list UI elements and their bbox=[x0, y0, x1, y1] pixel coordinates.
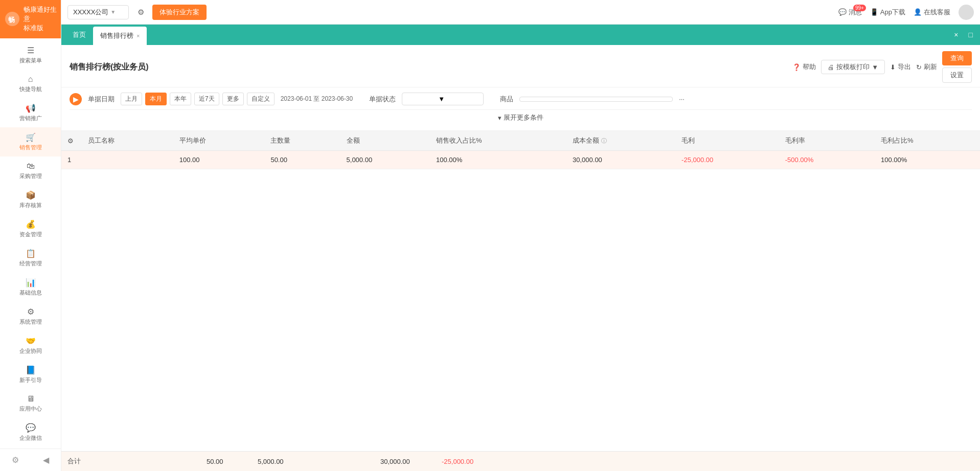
sidebar-item-wechat[interactable]: 💬 企业微信 bbox=[0, 418, 61, 447]
settings-button[interactable]: 设置 bbox=[942, 68, 972, 83]
sidebar-item-enterprise[interactable]: 🤝 企业协同 bbox=[0, 331, 61, 360]
sidebar-item-sales[interactable]: 🛒 销售管理 bbox=[0, 127, 61, 156]
enterprise-icon: 🤝 bbox=[26, 336, 36, 346]
sidebar-item-label: 系统管理 bbox=[19, 318, 42, 326]
cost-info-icon: ⓘ bbox=[601, 138, 607, 144]
trial-button[interactable]: 体验行业方案 bbox=[152, 5, 207, 20]
sidebar-item-system[interactable]: ⚙ 系统管理 bbox=[0, 302, 61, 331]
more-filters-btn[interactable]: ··· bbox=[679, 95, 685, 103]
main-area: XXXXX公司 ▼ ⚙ 体验行业方案 💬 消息 99+ 📱 App下载 👤 在线… bbox=[61, 0, 980, 471]
sidebar-item-label: 企业协同 bbox=[19, 347, 42, 355]
col-gross-pct: 毛利占比% bbox=[875, 131, 980, 151]
logo-icon: 畅 bbox=[4, 11, 20, 27]
company-select[interactable]: XXXXX公司 ▼ bbox=[67, 5, 129, 19]
settings-gear-button[interactable]: ⚙ bbox=[133, 5, 148, 20]
more-date-btn[interactable]: 更多 bbox=[222, 93, 244, 105]
collapse-icon[interactable]: ◀ bbox=[39, 453, 53, 467]
col-amount: 全额 bbox=[340, 131, 430, 151]
table-footer: 合计 50.00 5,000.00 30,000.00 -25,000.00 bbox=[61, 451, 980, 471]
sidebar-item-guide[interactable]: 📘 新手引导 bbox=[0, 360, 61, 389]
col-gross-rate: 毛利率 bbox=[779, 131, 875, 151]
col-cost: 成本全额 ⓘ bbox=[566, 131, 675, 151]
query-button[interactable]: 查询 bbox=[942, 51, 972, 65]
this-month-btn[interactable]: 本月 bbox=[145, 93, 167, 105]
app-download-button[interactable]: 📱 App下载 bbox=[870, 8, 905, 17]
cell-sales-pct: 100.00% bbox=[430, 151, 566, 169]
sidebar-item-label: 快捷导航 bbox=[19, 85, 42, 93]
tab-home[interactable]: 首页 bbox=[65, 25, 93, 45]
print-icon: 🖨 bbox=[828, 63, 834, 71]
print-button[interactable]: 🖨 按模板打印 ▼ bbox=[821, 60, 885, 74]
cell-gross-pct: 100.00% bbox=[875, 151, 980, 169]
export-button[interactable]: ⬇ 导出 bbox=[890, 62, 911, 72]
status-select[interactable]: ▼ bbox=[402, 93, 484, 105]
expand-filters-button[interactable]: ▾ 展开更多条件 bbox=[70, 109, 972, 125]
sidebar-item-label: 销售管理 bbox=[19, 144, 42, 151]
tab-bar: 首页 销售排行榜 × × □ bbox=[61, 25, 980, 45]
col-employee: 员工名称 bbox=[82, 131, 173, 151]
footer-amount: 5,000.00 bbox=[252, 458, 313, 465]
refresh-button[interactable]: ↻ 刷新 bbox=[916, 62, 937, 72]
service-icon: 👤 bbox=[914, 8, 922, 16]
appcenter-icon: 🖥 bbox=[27, 394, 35, 403]
goods-filter-input[interactable] bbox=[519, 97, 673, 102]
sidebar-item-operation[interactable]: 📋 经营管理 bbox=[0, 243, 61, 273]
sidebar-item-label: 库存核算 bbox=[19, 201, 42, 209]
custom-date-btn[interactable]: 自定义 bbox=[247, 93, 275, 105]
page-title: 销售排行榜(按业务员) bbox=[70, 62, 792, 73]
sidebar-item-marketing[interactable]: 📢 营销推广 bbox=[0, 98, 61, 127]
sidebar-item-finance[interactable]: 💰 资金管理 bbox=[0, 214, 61, 243]
status-filter-label: 单据状态 bbox=[369, 95, 396, 104]
query-btn-group: 查询 设置 bbox=[942, 51, 972, 83]
table-area: ⚙ 员工名称 平均单价 主数量 全额 销售收入占比% 成本全额 ⓘ 毛利 毛利率… bbox=[61, 131, 980, 451]
purchase-icon: 🛍 bbox=[27, 162, 35, 171]
cell-amount: 5,000.00 bbox=[340, 151, 430, 169]
tab-minimize-button[interactable]: × bbox=[951, 30, 961, 40]
logo-text-line1: 畅康通好生意 bbox=[24, 5, 57, 24]
online-service-button[interactable]: 👤 在线客服 bbox=[914, 8, 950, 17]
tab-maximize-button[interactable]: □ bbox=[966, 30, 976, 40]
print-chevron-icon: ▼ bbox=[872, 63, 878, 71]
home-icon: ⌂ bbox=[28, 75, 33, 84]
this-year-btn[interactable]: 本年 bbox=[170, 93, 191, 105]
inventory-icon: 📦 bbox=[26, 190, 36, 200]
cell-cost: 30,000.00 bbox=[566, 151, 675, 169]
status-select-chevron: ▼ bbox=[438, 95, 445, 103]
last-7days-btn[interactable]: 近7天 bbox=[194, 93, 219, 105]
sidebar-item-label: 搜索菜单 bbox=[19, 57, 42, 64]
sidebar-item-inventory[interactable]: 📦 库存核算 bbox=[0, 185, 61, 214]
footer-total-label: 合计 bbox=[67, 457, 170, 466]
tab-sales-rank[interactable]: 销售排行榜 × bbox=[93, 27, 147, 45]
filter-toggle-button[interactable]: ▶ bbox=[70, 93, 82, 105]
footer-gross-profit: -25,000.00 bbox=[436, 458, 480, 465]
avatar[interactable] bbox=[959, 5, 974, 20]
col-gross-profit: 毛利 bbox=[675, 131, 779, 151]
settings-bottom-icon[interactable]: ⚙ bbox=[8, 453, 23, 467]
sales-icon: 🛒 bbox=[26, 132, 36, 142]
col-avg-price: 平均单价 bbox=[173, 131, 265, 151]
sidebar-item-nav[interactable]: ⌂ 快捷导航 bbox=[0, 70, 61, 98]
page-actions: ❓ 帮助 🖨 按模板打印 ▼ ⬇ 导出 ↻ 刷新 bbox=[792, 51, 972, 83]
sidebar-item-label: 营销推广 bbox=[19, 115, 42, 122]
sidebar-item-label: 新手引导 bbox=[19, 376, 42, 384]
message-button[interactable]: 💬 消息 99+ bbox=[838, 8, 862, 17]
last-month-btn[interactable]: 上月 bbox=[121, 93, 142, 105]
sidebar-item-appcenter[interactable]: 🖥 应用中心 bbox=[0, 389, 61, 418]
message-badge: 99+ bbox=[853, 5, 866, 11]
sidebar-item-search[interactable]: ☰ 搜索菜单 bbox=[0, 40, 61, 70]
sidebar-item-basic[interactable]: 📊 基础信息 bbox=[0, 273, 61, 302]
help-button[interactable]: ❓ 帮助 bbox=[792, 62, 816, 72]
export-icon: ⬇ bbox=[890, 63, 896, 71]
sidebar-nav: ☰ 搜索菜单 ⌂ 快捷导航 📢 营销推广 🛒 销售管理 🛍 采购管理 📦 库存核… bbox=[0, 38, 61, 448]
cell-gross-rate: -500.00% bbox=[779, 151, 875, 169]
sidebar-item-label: 应用中心 bbox=[19, 405, 42, 413]
data-table: ⚙ 员工名称 平均单价 主数量 全额 销售收入占比% 成本全额 ⓘ 毛利 毛利率… bbox=[61, 131, 980, 169]
service-label: 在线客服 bbox=[924, 8, 950, 17]
tab-close-icon[interactable]: × bbox=[136, 33, 140, 39]
operation-icon: 📋 bbox=[26, 249, 36, 258]
footer-row: 合计 50.00 5,000.00 30,000.00 -25,000.00 bbox=[67, 457, 974, 466]
cell-avg-price: 100.00 bbox=[173, 151, 265, 169]
col-qty: 主数量 bbox=[264, 131, 340, 151]
sidebar-item-purchase[interactable]: 🛍 采购管理 bbox=[0, 156, 61, 185]
tab-home-label: 首页 bbox=[73, 30, 86, 39]
